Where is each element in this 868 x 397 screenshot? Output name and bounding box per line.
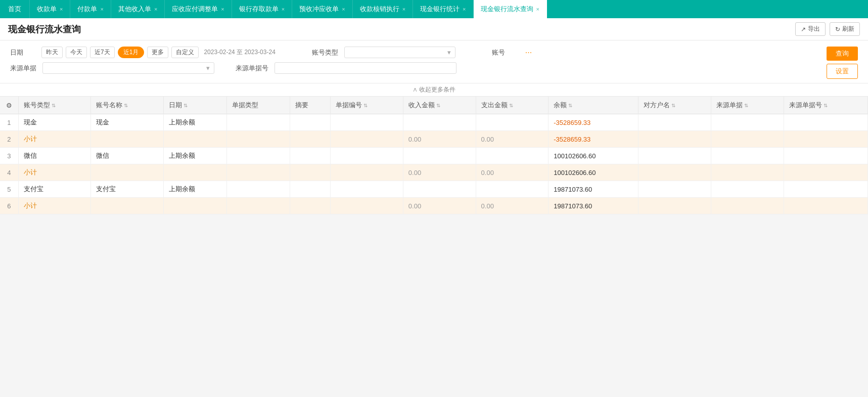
- cell-doc-type: [226, 148, 290, 164]
- close-tab-2-icon[interactable]: ×: [154, 6, 157, 12]
- cell-counterpart: [638, 114, 711, 131]
- cell-summary: [290, 181, 330, 198]
- date-btn-7days[interactable]: 近7天: [90, 47, 115, 58]
- cell-summary: [290, 164, 330, 181]
- filter-right-btns: 查询 设置: [827, 47, 858, 79]
- sort-account-name-icon: ⇅: [124, 103, 128, 108]
- settings-button[interactable]: 设置: [827, 64, 858, 79]
- cell-balance: 19871073.60: [549, 181, 638, 198]
- cell-account-name: 现金: [91, 114, 164, 131]
- cell-source-doc: [711, 131, 784, 148]
- cell-account-name: [91, 164, 164, 181]
- cell-account-name: 支付宝: [91, 181, 164, 198]
- close-tab-5-icon[interactable]: ×: [342, 6, 345, 12]
- th-account-name[interactable]: 账号名称 ⇅: [91, 97, 164, 114]
- nav-tab-4[interactable]: 银行存取款单 ×: [232, 0, 292, 18]
- table-header-row: ⚙ 账号类型 ⇅ 账号名称 ⇅ 日期: [0, 97, 868, 114]
- filter-row-2: 来源单据 ▾ 来源单据号: [10, 62, 818, 74]
- filter-row-1: 日期 昨天 今天 近7天 近1月 更多 自定义 2023-02-24 至 202…: [10, 47, 818, 58]
- nav-home[interactable]: 首页: [0, 0, 30, 18]
- export-button[interactable]: ↗ 导出: [795, 22, 826, 36]
- cell-doc-num: [331, 131, 403, 148]
- date-btn-today[interactable]: 今天: [66, 47, 87, 58]
- filter-area: 日期 昨天 今天 近7天 近1月 更多 自定义 2023-02-24 至 202…: [0, 40, 868, 83]
- date-btn-1month[interactable]: 近1月: [118, 47, 145, 58]
- close-tab-3-icon[interactable]: ×: [221, 6, 224, 12]
- close-tab-0-icon[interactable]: ×: [60, 6, 63, 12]
- cell-income: 0.00: [403, 131, 476, 148]
- date-shortcuts: 昨天 今天 近7天 近1月 更多 自定义 2023-02-24 至 2023-0…: [41, 47, 276, 58]
- cell-income: [403, 114, 476, 131]
- filter-left: 日期 昨天 今天 近7天 近1月 更多 自定义 2023-02-24 至 202…: [10, 47, 818, 78]
- th-summary[interactable]: 摘要: [290, 97, 330, 114]
- th-gear[interactable]: ⚙: [0, 97, 18, 114]
- close-tab-1-icon[interactable]: ×: [100, 6, 103, 12]
- th-expense[interactable]: 支出金额 ⇅: [476, 97, 549, 114]
- cell-num: 3: [0, 148, 18, 164]
- refresh-icon: ↻: [835, 26, 840, 33]
- source-doc-num-input[interactable]: [275, 62, 456, 74]
- cell-date: 上期余额: [163, 181, 226, 198]
- cell-num: 2: [0, 131, 18, 148]
- cell-income: [403, 181, 476, 198]
- close-tab-6-icon[interactable]: ×: [402, 6, 405, 12]
- source-doc-num-label: 来源单据号: [236, 64, 268, 73]
- th-income[interactable]: 收入金额 ⇅: [403, 97, 476, 114]
- nav-tab-2[interactable]: 其他收入单 ×: [111, 0, 165, 18]
- page-title: 现金银行流水查询: [8, 23, 81, 35]
- nav-tab-0[interactable]: 收款单 ×: [30, 0, 70, 18]
- cell-date: [163, 131, 226, 148]
- cell-expense: 0.00: [476, 198, 549, 214]
- top-navigation: 首页 收款单 × 付款单 × 其他收入单 × 应收应付调整单 × 银行存取款单 …: [0, 0, 868, 18]
- th-date[interactable]: 日期 ⇅: [163, 97, 226, 114]
- nav-tab-7[interactable]: 现金银行统计 ×: [413, 0, 473, 18]
- collapse-bar[interactable]: ∧ 收起更多条件: [0, 83, 868, 97]
- cell-income: [403, 148, 476, 164]
- cell-expense: 0.00: [476, 164, 549, 181]
- nav-tab-5[interactable]: 预收冲应收单 ×: [292, 0, 352, 18]
- date-btn-more[interactable]: 更多: [147, 47, 168, 58]
- cell-source-doc-num: [784, 181, 867, 198]
- table-row: 4 小计 0.00 0.00 100102606.60: [0, 164, 868, 181]
- nav-tab-3[interactable]: 应收应付调整单 ×: [165, 0, 232, 18]
- cell-balance: 100102606.60: [549, 164, 638, 181]
- th-source-doc[interactable]: 来源单据 ⇅: [711, 97, 784, 114]
- cell-counterpart: [638, 164, 711, 181]
- nav-tab-6[interactable]: 收款核销执行 ×: [353, 0, 413, 18]
- cell-source-doc-num: [784, 148, 867, 164]
- source-doc-select[interactable]: ▾: [42, 62, 214, 74]
- date-btn-yesterday[interactable]: 昨天: [41, 47, 63, 58]
- close-tab-7-icon[interactable]: ×: [463, 6, 466, 12]
- table-row: 6 小计 0.00 0.00 19871073.60: [0, 198, 868, 214]
- cell-balance: -3528659.33: [549, 114, 638, 131]
- th-doc-num[interactable]: 单据编号 ⇅: [331, 97, 403, 114]
- cell-date: [163, 164, 226, 181]
- query-button[interactable]: 查询: [827, 47, 858, 61]
- sort-doc-num-icon: ⇅: [363, 103, 368, 108]
- table-row: 2 小计 0.00 0.00 -3528659.33: [0, 131, 868, 148]
- refresh-button[interactable]: ↻ 刷新: [830, 22, 860, 36]
- th-counterpart[interactable]: 对方户名 ⇅: [638, 97, 711, 114]
- sort-expense-icon: ⇅: [509, 103, 513, 108]
- export-icon: ↗: [801, 26, 806, 33]
- nav-tab-1[interactable]: 付款单 ×: [70, 0, 111, 18]
- cell-source-doc-num: [784, 198, 867, 214]
- cell-num: 4: [0, 164, 18, 181]
- nav-tab-8[interactable]: 现金银行流水查询 ×: [474, 0, 547, 18]
- account-type-select[interactable]: ▾: [344, 47, 455, 58]
- cell-doc-num: [331, 181, 403, 198]
- th-source-doc-num[interactable]: 来源单据号 ⇅: [784, 97, 867, 114]
- cell-doc-num: [331, 114, 403, 131]
- cell-date: 上期余额: [163, 148, 226, 164]
- close-tab-4-icon[interactable]: ×: [282, 6, 285, 12]
- th-doc-type[interactable]: 单据类型: [226, 97, 290, 114]
- th-account-type[interactable]: 账号类型 ⇅: [18, 97, 91, 114]
- account-dots[interactable]: ···: [523, 48, 534, 57]
- cell-doc-num: [331, 148, 403, 164]
- close-tab-8-icon[interactable]: ×: [536, 6, 539, 12]
- th-balance[interactable]: 余额 ⇅: [549, 97, 638, 114]
- date-btn-custom[interactable]: 自定义: [171, 47, 199, 58]
- cell-source-doc-num: [784, 164, 867, 181]
- cell-account-name: [91, 131, 164, 148]
- cell-expense: [476, 181, 549, 198]
